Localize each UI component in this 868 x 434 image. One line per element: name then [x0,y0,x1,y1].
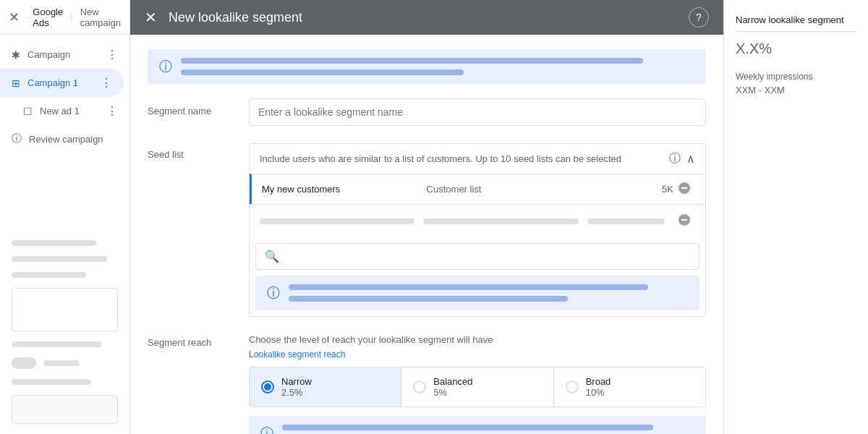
reach-broad-name: Broad [586,376,611,387]
seed-list-search-box[interactable]: 🔍 [255,243,699,270]
segment-reach-label: Segment reach [148,334,249,348]
seed-list-info-box: ⓘ [255,276,699,310]
search-icon: 🔍 [265,250,279,263]
close-icon[interactable]: ✕ [9,9,20,25]
reach-info-icon: ⓘ [260,425,273,434]
seed-list-label: Seed list [148,143,249,160]
reach-radio-broad [566,380,579,393]
right-panel-weekly-label: Weekly impressions [736,72,856,82]
seed-list-header: Include users who are similar to a list … [250,144,705,174]
reach-balanced-pct: 5% [433,387,472,398]
reach-option-broad-text: Broad 10% [586,376,611,398]
new-ad-more-icon[interactable]: ⋮ [106,104,118,118]
reach-broad-pct: 10% [586,387,611,398]
seed-list-collapse-icon[interactable]: ∧ [686,152,695,166]
campaign-tab-label: New campaign [80,7,121,28]
seed-item-type-0: Customer list [427,184,592,195]
divider: | [70,12,72,22]
sidebar-header: ✕ Google Ads | New campaign [0,0,129,35]
segment-reach-content: Choose the level of reach your lookalike… [249,334,706,434]
google-ads-logo-icon [25,9,27,26]
modal-header: ✕ New lookalike segment ? [130,0,723,35]
sidebar-nav: ✱ Campaign ⋮ ⊞ Campaign 1 ⋮ ☐ New ad 1 ⋮… [0,35,129,229]
seed-item-name-0: My new customers [262,184,427,195]
right-panel-metric: X.X% [736,41,856,57]
info-banner-icon: ⓘ [159,58,172,75]
segment-name-row: Segment name [148,98,706,126]
segment-reach-sub-label: Lookalike segment reach [249,349,706,359]
sidebar-item-campaign[interactable]: ✱ Campaign ⋮ [0,41,129,69]
reach-balanced-name: Balanced [433,376,472,387]
sidebar-item-new-ad[interactable]: ☐ New ad 1 ⋮ [0,97,129,125]
modal-body: ⓘ Segment name Seed list In [130,35,723,434]
campaign1-icon: ⊞ [12,77,20,89]
segment-reach-description: Choose the level of reach your lookalike… [249,334,706,345]
seed-list-row: Seed list Include users who are similar … [148,143,706,317]
reach-info-content [282,425,694,434]
segment-name-input[interactable] [249,98,706,126]
remove-circle-icon-1 [678,213,691,226]
campaign1-more-icon[interactable]: ⋮ [101,76,112,90]
modal: ✕ New lookalike segment ? ⓘ Segment name [130,0,723,434]
info-banner: ⓘ [148,49,706,84]
sidebar-item-campaign1[interactable]: ⊞ Campaign 1 ⋮ [0,69,124,97]
segment-name-label: Segment name [148,98,249,116]
sidebar-label-new-ad: New ad 1 [40,106,80,116]
campaign-icon: ✱ [12,49,20,61]
reach-option-narrow[interactable]: Narrow 2.5% [250,367,401,407]
seed-list-item-0[interactable]: My new customers Customer list 5K [250,174,705,204]
campaign-more-icon[interactable]: ⋮ [106,48,118,61]
review-icon: ⓘ [12,132,22,145]
seed-list-description: Include users who are similar to a list … [260,153,663,164]
reach-narrow-pct: 2.5% [281,387,312,398]
svg-marker-0 [25,17,26,17]
sidebar-label-campaign: Campaign [27,49,70,60]
seed-info-content [289,284,688,302]
seed-list-help-icon[interactable]: ⓘ [669,151,681,166]
reach-option-narrow-text: Narrow 2.5% [281,376,312,398]
reach-narrow-name: Narrow [281,376,312,387]
info-banner-content [181,58,694,75]
seed-list-search-input[interactable] [285,251,690,262]
sidebar: ✕ Google Ads | New campaign ✱ Campaign ⋮… [0,0,130,434]
seed-info-icon: ⓘ [267,284,280,302]
seed-list-content: Include users who are similar to a list … [249,143,706,317]
sidebar-skeleton [0,229,129,434]
right-panel: Narrow lookalike segment X.X% Weekly imp… [723,0,868,434]
reach-option-balanced[interactable]: Balanced 5% [401,367,553,407]
google-ads-logo-text: Google Ads [33,7,63,28]
seed-list-item-1 [250,204,705,237]
modal-close-button[interactable]: ✕ [145,10,157,25]
reach-info-box: ⓘ [249,416,706,434]
reach-radio-balanced [413,380,426,393]
modal-help-icon[interactable]: ? [689,7,709,27]
seed-item-remove-0[interactable] [673,182,695,197]
reach-options: Narrow 2.5% Balanced 5% [249,367,706,407]
segment-name-field-wrap [249,98,706,126]
right-panel-weekly-value: XXM - XXM [736,85,856,95]
sidebar-label-campaign1: Campaign 1 [27,77,78,88]
segment-reach-row: Segment reach Choose the level of reach … [148,334,706,434]
new-ad-icon: ☐ [23,106,33,117]
main-content: ✕ New lookalike segment ? ⓘ Segment name [130,0,868,434]
right-panel-divider [736,31,856,32]
reach-option-balanced-text: Balanced 5% [433,376,472,398]
reach-radio-narrow [261,380,274,393]
sidebar-label-review: Review campaign [29,134,103,145]
reach-option-broad[interactable]: Broad 10% [553,367,705,407]
remove-circle-icon-0 [678,182,691,195]
modal-title: New lookalike segment [169,10,689,25]
sidebar-item-review[interactable]: ⓘ Review campaign [0,125,129,153]
seed-item-size-0: 5K [591,184,673,195]
svg-point-1 [26,17,27,18]
right-panel-title: Narrow lookalike segment [736,14,856,25]
